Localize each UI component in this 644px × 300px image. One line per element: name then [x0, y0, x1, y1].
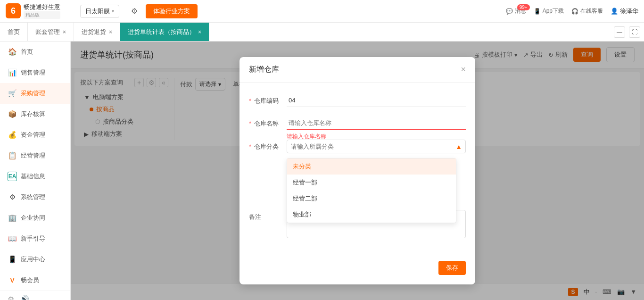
- save-button[interactable]: 保存: [438, 261, 466, 275]
- tab-purchase-stats-label: 进货单统计表（按商品）: [128, 28, 195, 36]
- dropdown-option-dept1[interactable]: 经营一部: [287, 175, 456, 191]
- tab-accounts[interactable]: 账套管理 ×: [28, 23, 74, 42]
- warehouse-class-item: * 仓库分类 ▲: [249, 140, 466, 153]
- mobile-icon: 📱: [534, 8, 541, 15]
- online-service-label: 在线客服: [580, 7, 603, 15]
- warehouse-name-wrap: [287, 117, 466, 130]
- topbar-middle: ⚙ 体验行业方案: [127, 4, 198, 19]
- user-avatar-icon: 👤: [611, 8, 618, 15]
- sidebar-item-operations[interactable]: 📋 经营管理: [0, 145, 70, 166]
- sidebar-item-finance[interactable]: 💰 资金管理: [0, 125, 70, 145]
- warehouse-code-item: * 仓库编码: [249, 94, 466, 107]
- warehouse-class-dropdown-wrap: ▲: [287, 140, 466, 153]
- inventory-icon: 📦: [8, 109, 17, 119]
- sidebar-item-enterprise[interactable]: 🏢 企业协同: [0, 208, 70, 228]
- logo-area: 6 畅捷通好生意 精品版: [6, 3, 76, 19]
- home-icon: 🏠: [8, 47, 17, 57]
- warehouse-class-input[interactable]: [287, 140, 466, 153]
- system-icon: ⚙: [8, 192, 17, 202]
- dropdown-arrow-icon[interactable]: ▲: [455, 143, 462, 150]
- sidebar-settings-icon[interactable]: ⚙: [8, 295, 14, 300]
- warehouse-class-dropdown-list: 未分类 经营一部 经营二部 物业部: [287, 158, 456, 223]
- message-icon: 💬: [506, 8, 513, 15]
- tab-purchase-return-label: 进货退货: [82, 28, 106, 36]
- settings-icon[interactable]: ⚙: [127, 4, 142, 19]
- sidebar-item-app-center-label: 应用中心: [21, 255, 45, 264]
- tab-purchase-stats-close[interactable]: ×: [198, 29, 201, 35]
- sidebar-item-finance-label: 资金管理: [21, 131, 45, 139]
- logo-icon: 6: [6, 3, 21, 18]
- message-badge: 99+: [517, 4, 530, 10]
- sales-icon: 📊: [8, 68, 17, 77]
- purchase-icon: 🛒: [8, 89, 17, 98]
- sidebar-item-inventory-label: 库存核算: [21, 110, 45, 118]
- warehouse-name-item: * 仓库名称 请输入仓库名称: [249, 117, 466, 130]
- sidebar-item-operations-label: 经营管理: [21, 151, 45, 160]
- sidebar-item-home-label: 首页: [21, 48, 33, 56]
- tab-controls: — ⛶: [614, 26, 644, 38]
- sidebar-item-system[interactable]: ⚙ 系统管理: [0, 187, 70, 208]
- sidebar-bottom: ⚙ 🔊: [0, 291, 70, 300]
- tab-accounts-close[interactable]: ×: [63, 29, 66, 35]
- notes-label: 备注: [249, 210, 287, 221]
- dropdown-option-dept2[interactable]: 经营二部: [287, 191, 456, 207]
- tab-home-label: 首页: [8, 28, 20, 36]
- dropdown-option-property[interactable]: 物业部: [287, 207, 456, 223]
- modal-header: 新增仓库 ×: [239, 57, 475, 83]
- sidebar-item-home[interactable]: 🏠 首页: [0, 42, 70, 62]
- operations-icon: 📋: [8, 151, 17, 160]
- sidebar-item-vip[interactable]: V 畅会员: [0, 270, 70, 291]
- sidebar-item-sales[interactable]: 📊 销售管理: [0, 62, 70, 83]
- username: 徐泽华: [620, 7, 638, 16]
- modal-close-btn[interactable]: ×: [461, 65, 466, 75]
- finance-icon: 💰: [8, 130, 17, 140]
- headset-icon: 🎧: [571, 8, 578, 15]
- newbie-icon: 📖: [8, 234, 17, 243]
- modal-overlay: 新增仓库 × * 仓库编码: [71, 42, 644, 300]
- trial-button[interactable]: 体验行业方案: [146, 4, 198, 18]
- app-center-icon: 📱: [8, 255, 17, 264]
- tab-home[interactable]: 首页: [0, 23, 28, 42]
- warehouse-name-input[interactable]: [287, 117, 466, 130]
- warehouse-code-input[interactable]: [287, 94, 466, 107]
- tab-purchase-stats[interactable]: 进货单统计表（按商品） ×: [120, 23, 209, 42]
- tab-purchase-return-close[interactable]: ×: [109, 29, 112, 35]
- tab-minimize-btn[interactable]: —: [614, 26, 625, 38]
- warehouse-code-wrap: [287, 94, 466, 107]
- modal-new-warehouse: 新增仓库 × * 仓库编码: [239, 57, 475, 284]
- app-tag: 精品版: [24, 11, 60, 19]
- sidebar-item-newbie[interactable]: 📖 新手引导: [0, 228, 70, 249]
- tab-expand-btn[interactable]: ⛶: [629, 26, 640, 38]
- modal-footer: 保存: [239, 255, 475, 284]
- tab-purchase-return[interactable]: 进货退货 ×: [74, 23, 120, 42]
- app-name: 畅捷通好生意: [24, 3, 60, 11]
- app-download-item[interactable]: 📱 App下载: [534, 7, 564, 15]
- sidebar-item-sales-label: 销售管理: [21, 68, 45, 77]
- user-area[interactable]: 👤 徐泽华: [611, 7, 638, 16]
- dropdown-option-unclassified[interactable]: 未分类: [287, 158, 456, 175]
- sidebar-item-app-center[interactable]: 📱 应用中心: [0, 249, 70, 270]
- modal-title: 新增仓库: [249, 65, 279, 75]
- sidebar-item-purchase[interactable]: 🛒 采购管理: [0, 83, 70, 104]
- topbar-right: 💬 消息 99+ 📱 App下载 🎧 在线客服 👤 徐泽华: [506, 7, 638, 16]
- sidebar-item-inventory[interactable]: 📦 库存核算: [0, 104, 70, 125]
- online-service-item[interactable]: 🎧 在线客服: [571, 7, 603, 15]
- sidebar-item-basic-info-label: 基础信息: [21, 172, 45, 181]
- sidebar-sound-icon[interactable]: 🔊: [20, 295, 29, 300]
- sidebar-item-enterprise-label: 企业协同: [21, 214, 45, 222]
- sidebar-item-vip-label: 畅会员: [21, 276, 39, 284]
- tabbar: 首页 账套管理 × 进货退货 × 进货单统计表（按商品） × — ⛶: [0, 23, 644, 42]
- store-name: 日太阳膜: [85, 7, 110, 16]
- warehouse-code-label: * 仓库编码: [249, 94, 287, 105]
- enterprise-icon: 🏢: [8, 213, 17, 223]
- sidebar-item-basic-info[interactable]: EA 基础信息: [0, 166, 70, 187]
- store-selector[interactable]: 日太阳膜 ▾: [80, 5, 119, 18]
- sidebar-item-newbie-label: 新手引导: [21, 234, 45, 243]
- warehouse-name-label: * 仓库名称: [249, 117, 287, 128]
- message-item[interactable]: 💬 消息 99+: [506, 7, 526, 15]
- topbar: 6 畅捷通好生意 精品版 日太阳膜 ▾ ⚙ 体验行业方案 💬 消息 99+ 📱 …: [0, 0, 644, 23]
- sidebar-item-system-label: 系统管理: [21, 193, 45, 201]
- store-arrow-icon: ▾: [112, 8, 114, 14]
- tab-accounts-label: 账套管理: [35, 28, 60, 36]
- modal-body: * 仓库编码 * 仓库名称: [239, 83, 475, 255]
